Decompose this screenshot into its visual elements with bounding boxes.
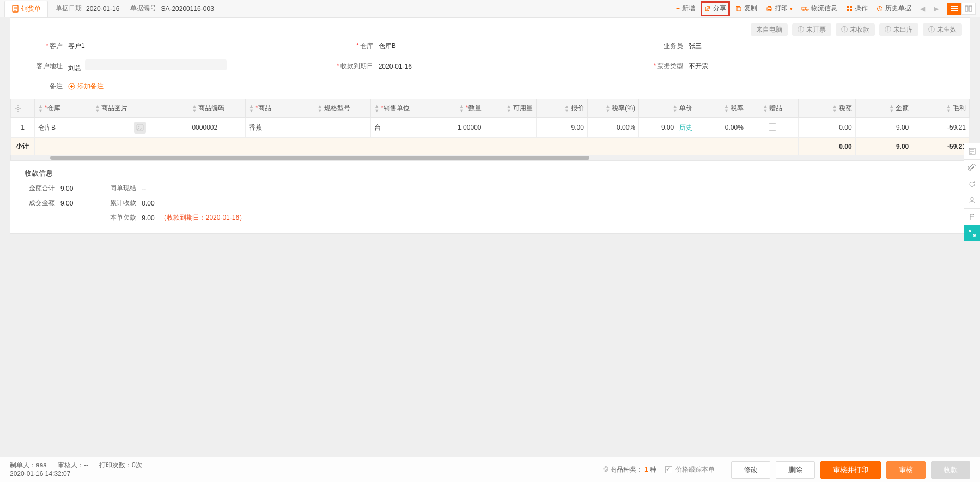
grid-icon [846, 5, 853, 12]
svg-rect-15 [969, 6, 972, 11]
cell-unitprice[interactable]: 9.00 历史 [639, 118, 696, 138]
audit-button[interactable]: 审核 [886, 461, 926, 479]
cell-gross: -59.21 [912, 118, 970, 138]
cell-product[interactable]: 香蕉 [246, 118, 314, 138]
user-icon [968, 196, 976, 204]
price-history-link[interactable]: 历史 [679, 124, 692, 131]
view-card-button[interactable] [961, 3, 976, 15]
side-user-button[interactable] [964, 192, 980, 208]
receive-button[interactable]: 收款 [931, 461, 970, 479]
col-available[interactable]: ▲▼可用量 [485, 99, 536, 118]
col-taxrate[interactable]: ▲▼税率(%) [587, 99, 638, 118]
copy-icon [735, 5, 742, 12]
pill-uninvoiced[interactable]: ⓘ未开票 [792, 23, 831, 36]
kv-deal: 成交金额9.00 [25, 198, 73, 208]
subtotal-label: 小计 [11, 138, 35, 155]
col-qty[interactable]: ▲▼*数量 [428, 99, 485, 118]
side-note-button[interactable] [964, 143, 980, 159]
col-quote[interactable]: ▲▼报价 [536, 99, 587, 118]
cell-gift[interactable] [747, 118, 798, 138]
col-image[interactable]: ▲▼商品图片 [92, 99, 188, 118]
audit-print-button[interactable]: 审核并打印 [820, 461, 881, 479]
cell-taxpct[interactable]: 0.00% [696, 118, 747, 138]
col-spec[interactable]: ▲▼规格型号 [314, 99, 371, 118]
side-attach-button[interactable] [964, 159, 980, 176]
history-label: 历史单据 [885, 4, 911, 13]
side-flag-button[interactable] [964, 208, 980, 225]
field-warehouse: *仓库 仓库B [335, 41, 646, 51]
next-doc-button[interactable]: ▶ [930, 5, 942, 13]
logistics-label: 物流信息 [811, 4, 837, 13]
kv-owed: 本单欠款 9.00 （收款到期日：2020-01-16） [106, 213, 246, 222]
svg-rect-4 [768, 6, 771, 8]
cell-quote[interactable]: 9.00 [536, 118, 587, 138]
print-icon [766, 5, 772, 12]
view-list-button[interactable] [947, 3, 961, 15]
side-refresh-button[interactable] [964, 176, 980, 192]
view-toggle [947, 3, 976, 15]
cell-image[interactable] [92, 118, 188, 138]
attachment-icon [968, 164, 976, 172]
col-amount[interactable]: ▲▼金额 [855, 99, 912, 118]
col-taxamount[interactable]: ▲▼税额 [798, 99, 855, 118]
doc-date-label: 单据日期 [56, 4, 82, 13]
pill-inactive[interactable]: ⓘ未生效 [923, 23, 962, 36]
cell-amount: 9.00 [855, 118, 912, 138]
paydue-value[interactable]: 2020-01-16 [379, 63, 412, 70]
history-button[interactable]: 历史单据 [873, 3, 915, 14]
address-value[interactable]: 刘总 [68, 59, 227, 73]
svg-point-8 [806, 9, 807, 10]
add-remark-button[interactable]: 添加备注 [68, 82, 104, 91]
col-gift[interactable]: ▲▼赠品 [747, 99, 798, 118]
cell-taxrate[interactable]: 0.00% [587, 118, 638, 138]
new-button[interactable]: + 新增 [673, 3, 698, 14]
col-taxpct[interactable]: ▲▼税率 [696, 99, 747, 118]
col-warehouse[interactable]: ▲▼*仓库 [34, 99, 92, 118]
plus-icon: + [676, 5, 680, 13]
payment-section: 收款信息 金额合计9.00 成交金额9.00 同单现结-- 累计收款0.00 本… [10, 161, 970, 233]
gift-checkbox[interactable] [769, 123, 776, 131]
logistics-button[interactable]: 物流信息 [798, 3, 841, 14]
table-hscroll[interactable] [10, 155, 970, 161]
new-label: 新增 [682, 4, 695, 13]
operate-button[interactable]: 操作 [843, 3, 871, 14]
cell-qty[interactable]: 1.00000 [428, 118, 485, 138]
table-row[interactable]: 1 仓库B 0000002 香蕉 台 1.00000 9.00 0.00% [11, 118, 970, 138]
col-product[interactable]: ▲▼*商品 [246, 99, 314, 118]
col-config[interactable] [11, 99, 35, 118]
copy-button[interactable]: 复制 [732, 3, 760, 14]
topbar: 销货单 单据日期 2020-01-16 单据编号 SA-20200116-003… [0, 0, 980, 17]
subtotal-amount: 9.00 [855, 138, 912, 155]
cell-warehouse[interactable]: 仓库B [34, 118, 92, 138]
note-icon [968, 147, 976, 155]
invoice-type-value[interactable]: 不开票 [689, 62, 708, 71]
cell-spec[interactable] [314, 118, 371, 138]
col-unitprice[interactable]: ▲▼单价 [639, 99, 696, 118]
doc-no-value: SA-20200116-003 [161, 5, 214, 13]
field-salesperson: 业务员 张三 [645, 41, 955, 51]
pill-unreceived[interactable]: ⓘ未收款 [836, 23, 875, 36]
document-card: 来自电脑 ⓘ未开票 ⓘ未收款 ⓘ未出库 ⓘ未生效 *客户 客户1 *仓库 仓库B… [10, 17, 970, 234]
side-expand-button[interactable] [964, 225, 980, 241]
scroll-thumb[interactable] [50, 156, 589, 160]
salesperson-value[interactable]: 张三 [689, 41, 702, 51]
svg-rect-6 [802, 7, 806, 10]
doc-tab[interactable]: 销货单 [4, 1, 48, 17]
svg-point-7 [803, 9, 804, 10]
share-button[interactable]: 分享 [701, 1, 730, 16]
cell-unit[interactable]: 台 [371, 118, 428, 138]
col-unit[interactable]: ▲▼*销售单位 [371, 99, 428, 118]
subtotal-row: 小计 0.00 9.00 -59.21 [11, 138, 970, 155]
pill-unshipped[interactable]: ⓘ未出库 [879, 23, 918, 36]
prev-doc-button[interactable]: ◀ [917, 5, 928, 13]
edit-button[interactable]: 修改 [731, 461, 770, 479]
svg-rect-11 [847, 9, 849, 11]
price-follow-checkbox[interactable]: 价格跟踪本单 [665, 465, 715, 474]
col-gross[interactable]: ▲▼毛利 [912, 99, 970, 118]
delete-button[interactable]: 删除 [776, 461, 815, 479]
warehouse-value[interactable]: 仓库B [379, 41, 396, 51]
cell-code[interactable]: 0000002 [188, 118, 246, 138]
customer-value[interactable]: 客户1 [68, 41, 85, 51]
col-code[interactable]: ▲▼商品编码 [188, 99, 246, 118]
print-button[interactable]: 打印 ▾ [763, 3, 796, 14]
